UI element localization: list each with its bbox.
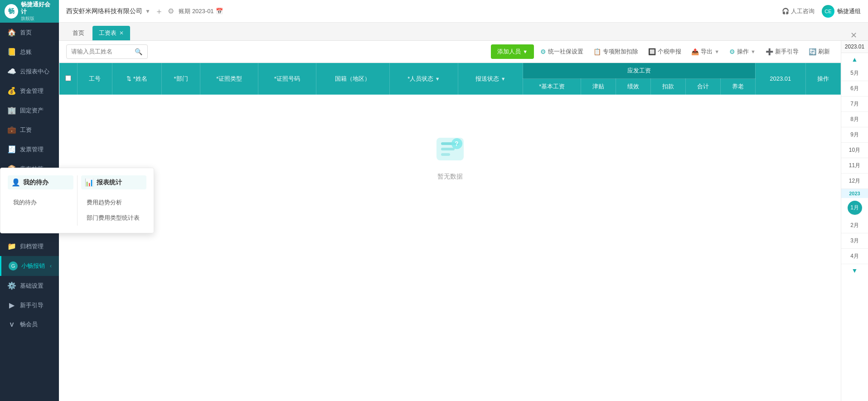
month-panel-title: 2023.01: [841, 41, 868, 53]
month-item-11[interactable]: 11月: [841, 158, 868, 174]
settings-icon[interactable]: ⚙: [168, 7, 174, 15]
special-deduction-button[interactable]: 📋 专项附加扣除: [590, 46, 642, 58]
add-icon[interactable]: ＋: [155, 6, 163, 17]
month-item-1[interactable]: 1月: [848, 201, 862, 215]
month-item-3[interactable]: 3月: [841, 233, 868, 249]
th-empno: 工号: [78, 63, 112, 95]
select-all-checkbox[interactable]: [65, 75, 71, 81]
sidebar-item-xiaochang[interactable]: G 小畅报销 ‹: [0, 256, 59, 276]
month-active-row: 1月: [841, 198, 868, 218]
invoice-icon: 🧾: [7, 145, 16, 154]
table-container: 工号 ⇅ *姓名 *部门 *证照类型 *证照号码 国籍（地区） *人员状态 ▼ …: [59, 63, 841, 401]
tax-report-button[interactable]: 🔲 个税申报: [645, 46, 685, 58]
month-item-12[interactable]: 12月: [841, 174, 868, 189]
assets-icon: 🏢: [7, 106, 16, 115]
basic-icon: ⚙️: [7, 281, 16, 290]
dept-stats-label: 部门费用类型统计表: [87, 214, 140, 221]
topbar: 西安虾米网络科技有限公司 ▼ ＋ ⚙ 账期 2023-01 📅 🎧 人工咨询 C…: [59, 0, 868, 23]
xiaochang-arrow: ‹: [50, 263, 52, 269]
th-deduction: 扣款: [650, 79, 685, 95]
logo-text-block: 畅捷通好会计 旗舰版: [21, 1, 54, 21]
search-icon[interactable]: 🔍: [135, 48, 142, 55]
month-item-2[interactable]: 2月: [841, 218, 868, 233]
sidebar-label-salary: 工资: [20, 126, 32, 134]
social-insurance-button[interactable]: ⚙ 统一社保设置: [537, 46, 587, 58]
month-item-4[interactable]: 4月: [841, 249, 868, 264]
th-salary-group: 应发工资: [523, 63, 755, 79]
th-checkbox: [59, 63, 78, 95]
topbar-right: 🎧 人工咨询 CE 畅捷通组: [782, 5, 861, 18]
empty-illustration: ?: [432, 131, 468, 167]
refresh-label: 刷新: [818, 48, 830, 56]
month-item-5[interactable]: 5月: [841, 66, 868, 81]
sidebar-item-archive[interactable]: 📁 归档管理: [0, 237, 59, 256]
add-person-button[interactable]: 添加人员 ▼: [491, 44, 534, 59]
popup-columns: 👤 我的待办 我的待办 📊 报表统计 费用趋势分析 部门费用类型统计表: [59, 175, 146, 226]
popup-item-trend[interactable]: 费用趋势分析: [81, 195, 147, 210]
logo-icon: 畅: [5, 4, 18, 19]
th-name: ⇅ *姓名: [112, 63, 161, 95]
special-label: 专项附加扣除: [603, 48, 638, 56]
xiaochang-icon: G: [9, 261, 18, 271]
member-icon: V: [7, 321, 16, 328]
sidebar-label-guide: 新手引导: [20, 301, 44, 309]
sidebar-item-guide[interactable]: ▶ 新手引导: [0, 295, 59, 315]
user-name: 畅捷通组: [837, 7, 861, 15]
month-item-10[interactable]: 10月: [841, 143, 868, 158]
sidebar-item-invoice[interactable]: 🧾 发票管理: [0, 140, 59, 159]
tab-salary[interactable]: 工资表 ✕: [92, 26, 130, 40]
newguide-button[interactable]: ➕ 新手引导: [762, 46, 802, 58]
export-button[interactable]: 📤 导出 ▼: [688, 46, 723, 58]
popup-col-todo: 👤 我的待办 我的待办: [59, 175, 73, 226]
th-report-status: 报送状态 ▼: [458, 63, 523, 95]
close-window-icon[interactable]: ✕: [850, 30, 857, 40]
tabbar: 首页 工资表 ✕ ✕: [59, 23, 868, 41]
svg-text:?: ?: [455, 140, 459, 147]
sidebar-label-archive: 归档管理: [20, 242, 44, 251]
sidebar-item-cloud[interactable]: ☁️ 云报表中心: [0, 62, 59, 81]
sidebar-item-salary[interactable]: 💼 工资: [0, 120, 59, 140]
sidebar-item-home[interactable]: 🏠 首页: [0, 23, 59, 42]
popup-item-mytodo[interactable]: 我的待办: [59, 195, 73, 210]
export-label: 导出: [701, 48, 713, 56]
tax-label: 个税申报: [658, 48, 681, 56]
company-selector[interactable]: 西安虾米网络科技有限公司 ▼: [66, 7, 150, 15]
search-box[interactable]: 🔍: [66, 44, 148, 59]
finance-icon: 💰: [7, 87, 16, 95]
sidebar-item-ledger[interactable]: 📒 总账: [0, 42, 59, 62]
operate-label: 操作: [737, 48, 749, 56]
period-value: 2023-01: [192, 8, 214, 14]
month-item-9[interactable]: 9月: [841, 127, 868, 143]
logo-title: 畅捷通好会计: [21, 1, 54, 15]
toolbar: 🔍 添加人员 ▼ ⚙ 统一社保设置 📋 专项附加扣除: [59, 41, 841, 63]
toolbar-right: 添加人员 ▼ ⚙ 统一社保设置 📋 专项附加扣除 🔲 个税申报: [491, 44, 834, 59]
operate-button[interactable]: ⚙ 操作 ▼: [726, 46, 759, 58]
refresh-icon: 🔄: [809, 48, 816, 55]
sidebar-item-assets[interactable]: 🏢 固定资产: [0, 101, 59, 120]
support-button[interactable]: 🎧 人工咨询: [782, 7, 815, 15]
month-item-6[interactable]: 6月: [841, 81, 868, 97]
guide-icon: ▶: [7, 301, 16, 309]
search-input[interactable]: [71, 48, 135, 55]
tab-close-icon[interactable]: ✕: [119, 30, 124, 36]
logo-sub: 旗舰版: [21, 15, 54, 22]
report-filter-icon[interactable]: ▼: [501, 76, 506, 82]
sidebar-item-finance[interactable]: 💰 资金管理: [0, 81, 59, 101]
refresh-button[interactable]: 🔄 刷新: [805, 46, 834, 58]
sidebar-item-member[interactable]: V 畅会员: [0, 315, 59, 334]
sidebar-item-basic[interactable]: ⚙️ 基础设置: [0, 276, 59, 295]
empty-text: 暂无数据: [437, 173, 463, 181]
month-nav-up[interactable]: ▲: [841, 53, 868, 66]
salary-icon: 💼: [7, 126, 16, 134]
calendar-icon: 📅: [216, 8, 223, 14]
popup-item-dept-stats[interactable]: 部门费用类型统计表: [81, 210, 147, 226]
tab-home[interactable]: 首页: [66, 26, 91, 40]
month-nav-down[interactable]: ▼: [841, 264, 868, 277]
month-item-8[interactable]: 8月: [841, 112, 868, 127]
period-selector[interactable]: 账期 2023-01 📅: [179, 7, 223, 15]
add-person-label: 添加人员: [497, 48, 521, 56]
main-content: 🔍 添加人员 ▼ ⚙ 统一社保设置 📋 专项附加扣除: [59, 41, 841, 401]
month-item-7[interactable]: 7月: [841, 97, 868, 112]
status-filter-icon[interactable]: ▼: [435, 76, 440, 82]
user-menu[interactable]: CE 畅捷通组: [822, 5, 861, 18]
